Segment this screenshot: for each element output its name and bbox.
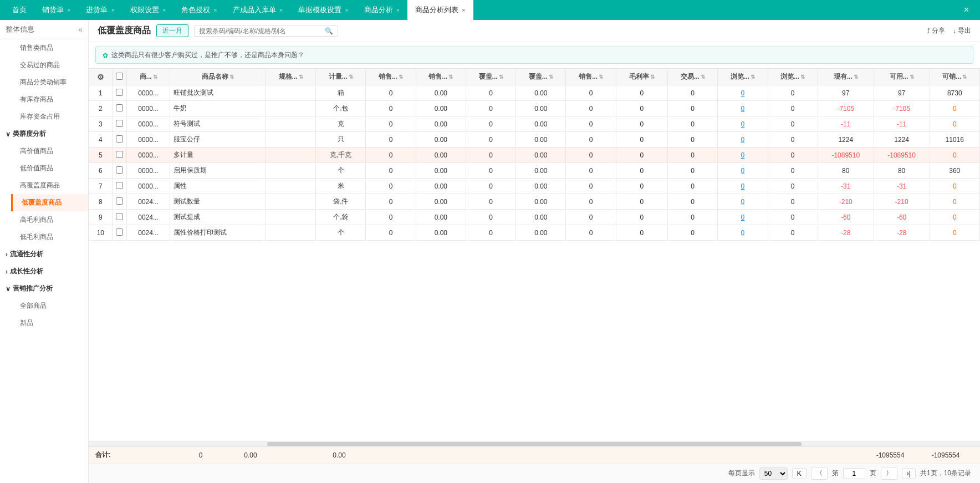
nav-sales[interactable]: 销货单 × bbox=[34, 0, 78, 20]
nav-template[interactable]: 单据模板设置 × bbox=[290, 0, 356, 20]
col-available[interactable]: 可用...⇅ bbox=[874, 69, 930, 85]
sidebar-item-high-profit[interactable]: 高毛利商品 bbox=[11, 211, 88, 228]
close-icon[interactable]: × bbox=[162, 7, 166, 13]
row-checkbox[interactable] bbox=[116, 213, 123, 220]
horizontal-scrollbar[interactable] bbox=[89, 441, 980, 446]
row-browse1[interactable]: 0 bbox=[718, 194, 768, 210]
close-icon[interactable]: × bbox=[396, 7, 400, 13]
col-code[interactable]: 商...⇅ bbox=[126, 69, 170, 85]
sidebar-group-growth[interactable]: › 成长性分析 bbox=[0, 263, 88, 280]
col-cover2[interactable]: 覆盖...⇅ bbox=[516, 69, 566, 85]
page-size-select[interactable]: 50 100 200 bbox=[759, 467, 788, 480]
row-browse1[interactable]: 0 bbox=[718, 179, 768, 194]
row-checkbox-cell[interactable] bbox=[112, 194, 126, 210]
row-checkbox[interactable] bbox=[116, 228, 123, 236]
nav-product-in[interactable]: 产成品入库单 × bbox=[225, 0, 290, 20]
col-gross[interactable]: 毛利率⇅ bbox=[616, 69, 667, 85]
window-close-button[interactable]: × bbox=[957, 5, 976, 15]
sidebar-item-category-rate[interactable]: 商品分类动销率 bbox=[11, 74, 88, 91]
col-checkbox[interactable] bbox=[112, 69, 126, 85]
col-cover1[interactable]: 覆盖...⇅ bbox=[466, 69, 515, 85]
close-icon[interactable]: × bbox=[462, 7, 465, 13]
sidebar-item-low-value[interactable]: 低价值商品 bbox=[11, 160, 88, 177]
col-spec[interactable]: 规格...⇅ bbox=[266, 69, 315, 85]
sidebar-item-low-coverage[interactable]: 低覆盖度商品 bbox=[11, 194, 88, 211]
row-browse1[interactable]: 0 bbox=[718, 163, 768, 179]
row-checkbox[interactable] bbox=[116, 135, 123, 143]
col-sales2[interactable]: 销售...⇅ bbox=[566, 69, 616, 85]
sidebar-group-marketing[interactable]: ∨ 营销推广分析 bbox=[0, 280, 88, 297]
col-sellable[interactable]: 可销...⇅ bbox=[930, 69, 979, 85]
row-checkbox-cell[interactable] bbox=[112, 132, 126, 148]
nav-purchase[interactable]: 进货单 × bbox=[78, 0, 122, 20]
close-icon[interactable]: × bbox=[345, 7, 348, 13]
nav-analysis[interactable]: 商品分析 × bbox=[356, 0, 407, 20]
row-checkbox[interactable] bbox=[116, 104, 123, 111]
nav-home[interactable]: 首页 bbox=[4, 0, 34, 20]
sidebar-group-cluster[interactable]: ∨ 类群度分析 bbox=[0, 125, 88, 143]
col-sales-qty[interactable]: 销售...⇅ bbox=[366, 69, 416, 85]
row-checkbox-cell[interactable] bbox=[112, 179, 126, 194]
row-checkbox[interactable] bbox=[116, 182, 123, 189]
row-checkbox[interactable] bbox=[116, 89, 123, 96]
search-icon[interactable]: 🔍 bbox=[325, 27, 333, 35]
col-browse2[interactable]: 浏览...⇅ bbox=[768, 69, 818, 85]
row-browse1[interactable]: 0 bbox=[718, 132, 768, 148]
search-input[interactable] bbox=[199, 27, 323, 35]
row-browse1[interactable]: 0 bbox=[718, 85, 768, 101]
sidebar-item-high-coverage[interactable]: 高覆盖度商品 bbox=[11, 177, 88, 194]
row-browse1[interactable]: 0 bbox=[718, 116, 768, 132]
col-browse1[interactable]: 浏览...⇅ bbox=[718, 69, 768, 85]
close-icon[interactable]: × bbox=[279, 7, 283, 13]
sidebar-collapse-button[interactable]: « bbox=[78, 25, 83, 34]
row-checkbox-cell[interactable] bbox=[112, 85, 126, 101]
close-icon[interactable]: × bbox=[111, 7, 114, 13]
col-gear[interactable]: ⚙ bbox=[89, 69, 113, 85]
close-icon[interactable]: × bbox=[213, 7, 217, 13]
sidebar-item-low-profit[interactable]: 低毛利商品 bbox=[11, 228, 88, 246]
row-checkbox-cell[interactable] bbox=[112, 116, 126, 132]
settings-icon[interactable]: ⚙ bbox=[97, 73, 104, 82]
share-button[interactable]: ⤴ 分享 bbox=[927, 26, 945, 35]
col-unit[interactable]: 计量...⇅ bbox=[316, 69, 366, 85]
sidebar-item-sales-goods[interactable]: 销售类商品 bbox=[11, 39, 88, 57]
sidebar-item-traded-goods[interactable]: 交易过的商品 bbox=[11, 57, 88, 74]
prev-page-button[interactable]: 〈 bbox=[811, 467, 828, 480]
sidebar-item-all-goods[interactable]: 全部商品 bbox=[11, 297, 88, 314]
nav-role[interactable]: 角色授权 × bbox=[173, 0, 224, 20]
time-filter-button[interactable]: 近一月 bbox=[156, 24, 188, 37]
sidebar-item-new-goods[interactable]: 新品 bbox=[11, 314, 88, 332]
sidebar-group-flow[interactable]: › 流通性分析 bbox=[0, 246, 88, 263]
page-number-input[interactable] bbox=[843, 468, 865, 479]
col-current[interactable]: 现有...⇅ bbox=[818, 69, 874, 85]
next-page-button[interactable]: 〉 bbox=[881, 467, 897, 480]
sidebar-item-stock-capital[interactable]: 库存资金占用 bbox=[11, 108, 88, 125]
row-checkbox[interactable] bbox=[116, 120, 123, 127]
row-cover1: 0 bbox=[466, 194, 515, 210]
export-button[interactable]: ↓ 导出 bbox=[953, 26, 971, 35]
row-browse1[interactable]: 0 bbox=[718, 148, 768, 163]
row-checkbox-cell[interactable] bbox=[112, 148, 126, 163]
row-browse1[interactable]: 0 bbox=[718, 101, 768, 116]
row-checkbox[interactable] bbox=[116, 151, 123, 158]
first-page-button[interactable]: K bbox=[792, 468, 807, 479]
sidebar-item-stock-goods[interactable]: 有库存商品 bbox=[11, 91, 88, 108]
last-page-button[interactable]: ›| bbox=[902, 468, 916, 479]
row-checkbox-cell[interactable] bbox=[112, 101, 126, 116]
sidebar-item-high-value[interactable]: 高价值商品 bbox=[11, 143, 88, 160]
col-name[interactable]: 商品名称⇅ bbox=[170, 69, 266, 85]
row-browse1[interactable]: 0 bbox=[718, 210, 768, 225]
row-checkbox[interactable] bbox=[116, 197, 123, 205]
col-trade[interactable]: 交易...⇅ bbox=[668, 69, 718, 85]
row-checkbox[interactable] bbox=[116, 166, 123, 174]
row-browse1[interactable]: 0 bbox=[718, 225, 768, 241]
row-checkbox-cell[interactable] bbox=[112, 225, 126, 241]
close-icon[interactable]: × bbox=[67, 7, 70, 13]
row-gross: 0 bbox=[616, 194, 667, 210]
nav-permission[interactable]: 权限设置 × bbox=[122, 0, 173, 20]
col-sales-amt[interactable]: 销售...⇅ bbox=[416, 69, 466, 85]
row-checkbox-cell[interactable] bbox=[112, 163, 126, 179]
select-all-checkbox[interactable] bbox=[116, 73, 123, 80]
row-checkbox-cell[interactable] bbox=[112, 210, 126, 225]
nav-analysis-list[interactable]: 商品分析列表 × bbox=[407, 0, 473, 20]
